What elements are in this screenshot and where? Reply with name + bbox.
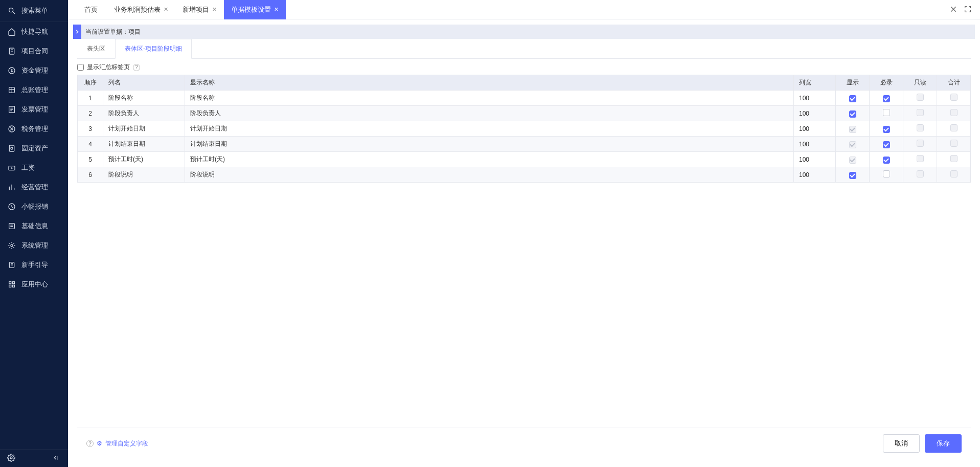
sidebar-item-basic[interactable]: 基础信息 <box>0 216 68 236</box>
cancel-button[interactable]: 取消 <box>883 434 920 453</box>
checkbox <box>917 155 924 162</box>
th-required: 必录 <box>870 75 903 91</box>
checkbox[interactable] <box>883 95 890 102</box>
sidebar-item-label: 总账管理 <box>21 85 48 95</box>
cell-display[interactable]: 阶段名称 <box>185 91 794 106</box>
search-menu[interactable]: 搜索菜单 <box>0 0 68 22</box>
main: 首页 业务利润预估表✕ 新增项目✕ 单据模板设置✕ 当前设置单据：项目 表头区 … <box>68 0 980 467</box>
svg-rect-28 <box>9 285 11 287</box>
sidebar-item-contract[interactable]: 项目合同 <box>0 41 68 61</box>
show-total-checkbox[interactable] <box>77 64 84 71</box>
sidebar-item-operation[interactable]: 经营管理 <box>0 177 68 197</box>
cell-colname: 计划开始日期 <box>103 121 185 137</box>
sidebar-item-tax[interactable]: 税务管理 <box>0 119 68 139</box>
sidebar-item-apps[interactable]: 应用中心 <box>0 275 68 294</box>
cell-width[interactable]: 100 <box>794 137 836 152</box>
th-show: 显示 <box>836 75 870 91</box>
cell-width[interactable]: 100 <box>794 152 836 167</box>
svg-rect-29 <box>12 285 14 287</box>
checkbox <box>950 140 958 147</box>
settings-icon[interactable] <box>7 454 16 463</box>
inner-tab-body[interactable]: 表体区-项目阶段明细 <box>115 39 192 59</box>
checkbox[interactable] <box>849 95 856 102</box>
tab-label: 首页 <box>84 5 98 14</box>
sidebar-item-funds[interactable]: 资金管理 <box>0 61 68 80</box>
tab-label: 业务利润预估表 <box>114 5 161 14</box>
svg-point-15 <box>11 147 13 149</box>
sidebar-item-label: 固定资产 <box>21 144 48 153</box>
sidebar-item-salary[interactable]: 工资 <box>0 158 68 177</box>
sidebar-item-ledger[interactable]: 总账管理 <box>0 80 68 100</box>
help-icon[interactable]: ? <box>86 440 94 447</box>
checkbox <box>917 109 924 116</box>
cell-total <box>937 152 971 167</box>
footer-right: 取消 保存 <box>883 434 962 453</box>
cell-total <box>937 91 971 106</box>
tab-home[interactable]: 首页 <box>75 0 107 19</box>
svg-rect-27 <box>12 282 14 284</box>
sidebar-item-guide[interactable]: 新手引导 <box>0 255 68 275</box>
cell-seq: 4 <box>78 137 103 152</box>
cell-show <box>836 152 870 167</box>
cell-colname: 阶段负责人 <box>103 106 185 121</box>
cell-total <box>937 121 971 137</box>
svg-point-30 <box>10 457 12 459</box>
sidebar-item-system[interactable]: 系统管理 <box>0 236 68 255</box>
table-row: 5预计工时(天)预计工时(天)100 <box>78 152 971 167</box>
apps-icon <box>7 280 16 289</box>
tab-profit-estimate[interactable]: 业务利润预估表✕ <box>107 0 175 19</box>
cell-display[interactable]: 阶段负责人 <box>185 106 794 121</box>
sidebar-item-quicknav[interactable]: 快捷导航 <box>0 22 68 41</box>
sidebar-item-expense[interactable]: 小畅报销 <box>0 197 68 216</box>
cell-show <box>836 106 870 121</box>
tab-template-settings[interactable]: 单据模板设置✕ <box>224 0 286 19</box>
chart-icon <box>7 183 16 192</box>
cell-display[interactable]: 计划结束日期 <box>185 137 794 152</box>
checkbox <box>950 170 958 177</box>
tab-new-project[interactable]: 新增项目✕ <box>175 0 224 19</box>
cell-seq: 5 <box>78 152 103 167</box>
checkbox[interactable] <box>883 141 890 148</box>
context-prefix: 当前设置单据： <box>85 28 128 35</box>
checkbox <box>917 170 924 177</box>
close-icon[interactable]: ✕ <box>164 6 168 13</box>
checkbox[interactable] <box>883 109 890 116</box>
svg-rect-26 <box>9 282 11 284</box>
context-expand-icon[interactable] <box>73 25 81 39</box>
checkbox[interactable] <box>883 126 890 133</box>
close-icon[interactable]: ✕ <box>274 6 279 13</box>
sidebar-item-label: 项目合同 <box>21 47 48 56</box>
checkbox[interactable] <box>883 170 890 177</box>
cell-width[interactable]: 100 <box>794 167 836 183</box>
close-all-icon[interactable] <box>949 5 959 14</box>
sidebar-item-label: 资金管理 <box>21 66 48 75</box>
th-display: 显示名称 <box>185 75 794 91</box>
close-icon[interactable]: ✕ <box>212 6 217 13</box>
checkbox[interactable] <box>849 172 856 179</box>
inner-tab-header[interactable]: 表头区 <box>77 39 115 58</box>
cell-width[interactable]: 100 <box>794 121 836 137</box>
collapse-icon[interactable] <box>52 454 61 463</box>
checkbox[interactable] <box>883 157 890 164</box>
help-icon[interactable]: ? <box>133 64 140 71</box>
save-button[interactable]: 保存 <box>925 434 962 453</box>
cell-display[interactable]: 计划开始日期 <box>185 121 794 137</box>
checkbox <box>917 140 924 147</box>
cell-display[interactable]: 预计工时(天) <box>185 152 794 167</box>
checkbox[interactable] <box>849 110 856 118</box>
th-seq: 顺序 <box>78 75 103 91</box>
checkbox <box>849 141 856 148</box>
fullscreen-icon[interactable] <box>964 5 973 14</box>
cell-width[interactable]: 100 <box>794 106 836 121</box>
cell-width[interactable]: 100 <box>794 91 836 106</box>
cell-required <box>870 106 903 121</box>
th-colname: 列名 <box>103 75 185 91</box>
cell-display[interactable]: 阶段说明 <box>185 167 794 183</box>
tab-label: 单据模板设置 <box>231 5 271 14</box>
manage-fields-link[interactable]: 管理自定义字段 <box>105 439 148 448</box>
footer: ? ⚙ 管理自定义字段 取消 保存 <box>77 428 971 459</box>
cell-readonly <box>903 152 937 167</box>
sidebar-item-invoice[interactable]: 发票管理 <box>0 100 68 119</box>
sidebar-item-assets[interactable]: 固定资产 <box>0 139 68 158</box>
cell-seq: 1 <box>78 91 103 106</box>
